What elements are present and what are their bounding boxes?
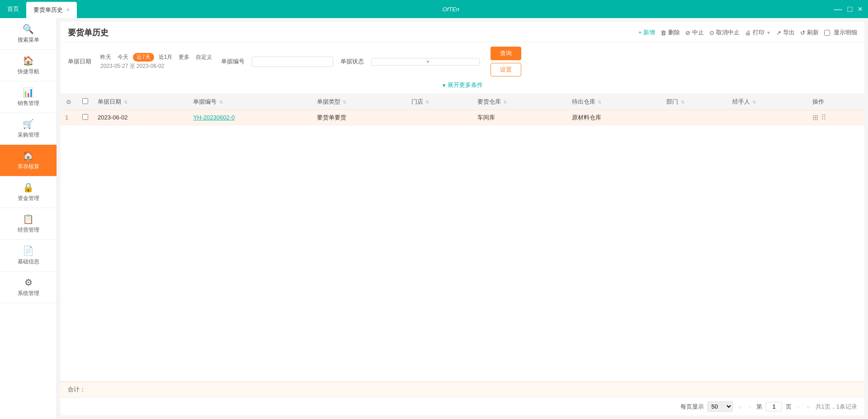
stop-button-label: 中止 (692, 29, 704, 37)
shortcut-yesterday[interactable]: 昨天 (99, 53, 113, 62)
cell-req-warehouse: 车间库 (473, 110, 567, 125)
display-detail-button[interactable]: 显示明细 (824, 29, 857, 37)
row-edit-icon[interactable]: ⊞ (812, 113, 818, 122)
sort-icon-store[interactable]: ⇅ (425, 100, 429, 105)
date-range-display: 2023-05-27 至 2023-06-02 (100, 62, 214, 70)
pg-prev-btn[interactable]: ‹ (747, 402, 753, 411)
display-detail-checkbox[interactable] (824, 30, 830, 36)
shortcut-1month[interactable]: 近1月 (157, 53, 175, 62)
page-actions: + 新增 🗑 删除 ⊘ 中止 ⊙ 取消中止 🖨 (638, 29, 857, 37)
col-doc-no: 单据编号 ⇅ (189, 94, 312, 110)
col-doc-type: 单据类型 ⇅ (312, 94, 407, 110)
sidebar-item-inventory-label: 库存核算 (18, 163, 39, 171)
export-button[interactable]: ↗ 导出 (776, 29, 795, 37)
pg-last-btn[interactable]: » (805, 402, 812, 411)
pg-first-btn[interactable]: « (736, 402, 744, 411)
cell-doc-date: 2023-06-02 (93, 110, 189, 125)
refresh-button[interactable]: ↺ 刷新 (800, 29, 819, 37)
col-doc-no-label: 单据编号 (193, 98, 217, 105)
query-button[interactable]: 查询 (491, 47, 521, 60)
sidebar-item-operations[interactable]: 📋 经营管理 (0, 208, 57, 240)
shortcut-custom[interactable]: 自定义 (194, 53, 214, 62)
shortcut-more[interactable]: 更多 (177, 53, 191, 62)
col-pending-warehouse-label: 待出仓库 (572, 98, 595, 105)
window-controls: — □ × (834, 5, 868, 14)
new-button-label: + 新增 (638, 29, 655, 37)
new-button[interactable]: + 新增 (638, 29, 655, 37)
window-close-btn[interactable]: × (858, 5, 863, 14)
sidebar-item-finance[interactable]: 🔒 资金管理 (0, 176, 57, 208)
table-footer: 合计： (61, 381, 864, 397)
sidebar-item-search-menu-label: 搜索菜单 (18, 36, 39, 44)
tab-active-label: 要货单历史 (33, 6, 63, 14)
sort-icon-pending-warehouse[interactable]: ⇅ (598, 100, 601, 105)
sidebar: 🔍 搜索菜单 🏠 快捷导航 📊 销售管理 🛒 采购管理 🏠 库存核算 🔒 资金管… (0, 18, 57, 419)
sort-icon-department[interactable]: ⇅ (681, 100, 684, 105)
search-menu-icon: 🔍 (23, 24, 34, 33)
sort-icon-req-warehouse[interactable]: ⇅ (503, 100, 507, 105)
date-filter-label: 单据日期 (68, 57, 91, 66)
per-page-select[interactable]: 50 100 200 (708, 401, 733, 412)
sort-icon-doc-type[interactable]: ⇅ (343, 100, 346, 105)
delete-button-label: 删除 (668, 29, 680, 37)
tab-close-icon[interactable]: × (66, 7, 70, 13)
sidebar-item-sales[interactable]: 📊 销售管理 (0, 81, 57, 113)
tab-active[interactable]: 要货单历史 × (26, 2, 77, 18)
doc-num-input[interactable] (252, 57, 333, 67)
cell-handler (728, 110, 808, 125)
sort-icon-handler[interactable]: ⇅ (752, 100, 756, 105)
col-ops-label: 操作 (812, 98, 824, 105)
operations-icon: 📋 (23, 214, 34, 224)
brand-label: OfTEn (443, 6, 469, 13)
sidebar-item-basic-info[interactable]: 📄 基础信息 (0, 240, 57, 271)
doc-status-select[interactable]: ▼ (371, 58, 480, 66)
shortcut-7days[interactable]: 近7天 (133, 53, 154, 62)
cancel-stop-button[interactable]: ⊙ 取消中止 (709, 29, 740, 37)
page-header: 要货单历史 + 新增 🗑 删除 ⊘ 中止 ⊙ 取消中止 (61, 22, 864, 42)
sidebar-item-purchase-label: 采购管理 (18, 131, 39, 139)
sidebar-item-inventory[interactable]: 🏠 库存核算 (0, 145, 57, 176)
shortcut-today[interactable]: 今天 (116, 53, 130, 62)
print-button[interactable]: 🖨 打印 ▼ (745, 29, 771, 37)
purchase-icon: 🛒 (23, 119, 34, 129)
cell-department (662, 110, 728, 125)
tab-home[interactable]: 首页 (0, 0, 26, 18)
print-button-label: 打印 (753, 29, 764, 37)
page-container: 要货单历史 + 新增 🗑 删除 ⊘ 中止 ⊙ 取消中止 (61, 22, 864, 415)
pg-next-btn[interactable]: › (795, 402, 801, 411)
stop-icon: ⊘ (685, 29, 690, 36)
sidebar-item-system[interactable]: ⚙ 系统管理 (0, 271, 57, 303)
col-req-warehouse: 要货仓库 ⇅ (473, 94, 567, 110)
expand-more-button[interactable]: ▾ 展开更多条件 (443, 79, 483, 91)
stop-button[interactable]: ⊘ 中止 (685, 29, 704, 37)
sort-icon-doc-no[interactable]: ⇅ (219, 100, 223, 105)
sidebar-item-purchase[interactable]: 🛒 采购管理 (0, 113, 57, 145)
row-more-icon[interactable]: ⠿ (821, 113, 826, 122)
row-checkbox[interactable] (82, 114, 88, 120)
delete-icon: 🗑 (660, 29, 666, 36)
cell-doc-no: YH-20230602-0 (189, 110, 312, 125)
finance-icon: 🔒 (23, 183, 34, 192)
sort-icon-doc-date[interactable]: ⇅ (124, 100, 127, 105)
per-page-label: 每页显示 (680, 403, 704, 411)
col-ops: 操作 (808, 94, 864, 110)
sidebar-item-quick-nav[interactable]: 🏠 快捷导航 (0, 50, 57, 81)
gear-column-header[interactable]: ⚙ (61, 94, 77, 110)
checkbox-column-header (77, 94, 93, 110)
sidebar-item-quick-nav-label: 快捷导航 (18, 68, 39, 76)
select-all-checkbox[interactable] (82, 98, 88, 104)
sidebar-item-system-label: 系统管理 (18, 290, 39, 297)
pg-input[interactable]: 1 (766, 402, 782, 411)
sidebar-item-search-menu[interactable]: 🔍 搜索菜单 (0, 18, 57, 50)
delete-button[interactable]: 🗑 删除 (660, 29, 680, 37)
window-min-btn[interactable]: — (834, 5, 842, 14)
quick-nav-icon: 🏠 (23, 56, 34, 65)
col-store: 门店 ⇅ (407, 94, 473, 110)
setting-button[interactable]: 设置 (491, 63, 521, 76)
cancel-stop-icon: ⊙ (709, 29, 714, 36)
window-max-btn[interactable]: □ (848, 5, 853, 14)
doc-no-link[interactable]: YH-20230602-0 (193, 114, 235, 121)
doc-status-label: 单据状态 (340, 57, 364, 66)
display-detail-label: 显示明细 (834, 29, 857, 37)
top-bar: 首页 要货单历史 × OfTEn — □ × (0, 0, 868, 18)
